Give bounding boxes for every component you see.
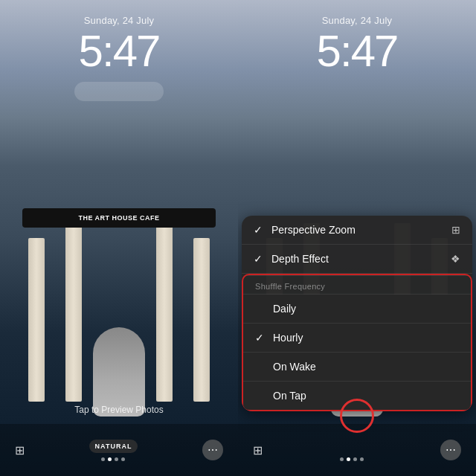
style-label: NATURAL [89, 440, 138, 453]
right-date: Sunday, 24 July [238, 15, 476, 26]
dot-1 [101, 457, 105, 461]
dot-3 [115, 457, 118, 461]
right-dot-2 [347, 457, 350, 461]
left-time: 5:47 [0, 29, 238, 74]
depth-effect-icon: ❖ [451, 253, 460, 265]
perspective-zoom-item[interactable]: ✓ Perspective Zoom ⊞ [242, 216, 472, 245]
shuffle-items-list: ✓ Daily ✓ Hourly ✓ On Wake ✓ On Tap [243, 295, 471, 410]
right-dots-row [340, 457, 364, 461]
right-dot-1 [340, 457, 344, 461]
more-icon-left: ⋯ [208, 444, 218, 456]
perspective-zoom-label: Perspective Zoom [271, 224, 356, 236]
shuffle-frequency-section: Shuffle Frequency ✓ Daily ✓ Hourly ✓ On … [242, 274, 472, 411]
perspective-zoom-check: ✓ [254, 224, 268, 236]
person-silhouette [93, 327, 145, 416]
context-menu: ✓ Perspective Zoom ⊞ ✓ Depth Effect ❖ Sh… [242, 216, 472, 411]
more-button-left[interactable]: ⋯ [202, 440, 223, 460]
right-clock-area: Sunday, 24 July 5:47 [238, 15, 476, 74]
right-dot-4 [360, 457, 364, 461]
hourly-check: ✓ [255, 332, 270, 344]
cafe-sign: THE ART HOUSE CAFE [22, 208, 216, 228]
right-dot-3 [353, 457, 357, 461]
on-tap-label: On Tap [273, 390, 306, 402]
more-icon-right: ⋯ [446, 444, 456, 456]
tap-preview-text: Tap to Preview Photos [0, 405, 238, 415]
daily-label: Daily [273, 303, 296, 315]
left-date: Sunday, 24 July [0, 15, 238, 26]
depth-effect-label: Depth Effect [271, 253, 329, 265]
dot-2 [108, 457, 112, 461]
depth-effect-check: ✓ [254, 253, 268, 265]
hourly-item[interactable]: ✓ Hourly [243, 324, 471, 353]
left-phone-panel: THE ART HOUSE CAFE Sunday, 24 July 5:47 … [0, 0, 238, 476]
on-wake-label: On Wake [273, 361, 316, 373]
depth-effect-item[interactable]: ✓ Depth Effect ❖ [242, 245, 472, 274]
pillar-left [28, 238, 45, 402]
dot-4 [121, 457, 125, 461]
notification-pill [74, 82, 164, 101]
dots-row [101, 457, 125, 461]
more-button-right[interactable]: ⋯ [440, 440, 461, 460]
red-circle-highlight [340, 399, 374, 433]
right-phone-panel: Sunday, 24 July 5:47 ✓ Perspective Zoom … [238, 0, 476, 476]
hourly-label: Hourly [273, 332, 303, 344]
grid-icon-left[interactable]: ⊞ [15, 443, 25, 457]
perspective-zoom-icon: ⊞ [451, 224, 460, 236]
shuffle-frequency-header: Shuffle Frequency [243, 275, 471, 295]
grid-icon-right[interactable]: ⊞ [253, 443, 263, 457]
pillar-right [193, 238, 210, 402]
left-bottom-bar: ⊞ NATURAL ⋯ [0, 424, 238, 476]
on-wake-item[interactable]: ✓ On Wake [243, 353, 471, 382]
left-clock-area: Sunday, 24 July 5:47 [0, 15, 238, 74]
right-time: 5:47 [238, 29, 476, 74]
daily-item[interactable]: ✓ Daily [243, 295, 471, 324]
pillar-center-left [65, 223, 82, 402]
pillar-center-right [156, 223, 173, 402]
